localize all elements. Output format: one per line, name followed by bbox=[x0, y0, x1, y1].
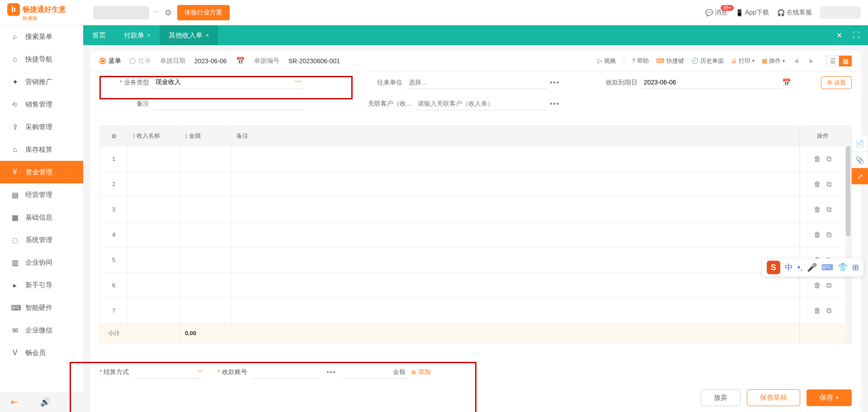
cell-remark[interactable] bbox=[232, 197, 800, 222]
sidebar-item-快捷导航[interactable]: ⌂快捷导航 bbox=[0, 48, 83, 70]
help-button[interactable]: ?帮助 bbox=[632, 57, 649, 65]
cell-amount[interactable] bbox=[180, 298, 232, 323]
ime-mic-icon[interactable]: 🎤 bbox=[807, 262, 817, 272]
tab-fullscreen-icon[interactable]: ⛶ bbox=[850, 29, 863, 42]
th-income-name[interactable]: ▲▼收入名称 bbox=[128, 126, 180, 146]
video-button[interactable]: ▷视频 bbox=[598, 57, 616, 65]
cell-name[interactable] bbox=[128, 146, 180, 171]
copy-icon[interactable]: ⧉ bbox=[826, 206, 831, 214]
copy-icon[interactable]: ⧉ bbox=[826, 231, 831, 239]
cell-remark[interactable] bbox=[232, 248, 800, 272]
ime-skin-icon[interactable]: 👕 bbox=[838, 262, 848, 272]
sidebar-item-库存核算[interactable]: ⌂库存核算 bbox=[0, 138, 83, 161]
sidebar-item-资金管理[interactable]: ¥资金管理 bbox=[0, 161, 83, 183]
close-icon[interactable]: × bbox=[147, 32, 151, 39]
save-button[interactable]: 保存▾ bbox=[807, 389, 852, 406]
calendar-icon[interactable]: 📅 bbox=[782, 78, 791, 87]
table-row[interactable]: 3 bbox=[100, 197, 800, 222]
cell-remark[interactable] bbox=[232, 298, 800, 323]
table-row[interactable]: 6 bbox=[100, 272, 800, 298]
th-remark[interactable]: ▲▼备注 bbox=[232, 126, 800, 146]
more-icon[interactable]: ••• bbox=[547, 100, 563, 108]
delete-icon[interactable]: 🗑 bbox=[814, 231, 821, 239]
next-doc-icon[interactable]: ▶ bbox=[807, 57, 816, 64]
app-download-button[interactable]: 📱 App下载 bbox=[736, 9, 769, 17]
settle-account-input[interactable] bbox=[252, 365, 320, 379]
th-amount[interactable]: ▲▼金额 bbox=[180, 126, 232, 146]
side-note-icon[interactable]: 📄 bbox=[852, 136, 868, 152]
table-row[interactable]: 2 bbox=[100, 171, 800, 197]
table-row[interactable]: 7 bbox=[100, 298, 800, 323]
sidebar-item-企业微信[interactable]: ✉企业微信 bbox=[0, 319, 83, 342]
tab-首页[interactable]: 首页 bbox=[83, 25, 115, 45]
sidebar-collapse-icon[interactable]: ⇤ bbox=[11, 397, 18, 407]
radio-blue[interactable]: 蓝单 bbox=[99, 57, 121, 65]
sidebar-item-智能硬件[interactable]: ⌨智能硬件 bbox=[0, 296, 83, 319]
delete-icon[interactable]: 🗑 bbox=[814, 180, 821, 188]
company-selector[interactable]: ﹀ bbox=[93, 6, 159, 19]
cell-name[interactable] bbox=[128, 248, 180, 272]
cell-name[interactable] bbox=[128, 172, 180, 197]
biz-type-input[interactable] bbox=[154, 76, 303, 89]
user-avatar[interactable] bbox=[820, 6, 861, 19]
th-gear[interactable]: ⚙ bbox=[100, 126, 128, 146]
side-attach-icon[interactable]: 📎 bbox=[852, 152, 868, 168]
cell-remark[interactable] bbox=[232, 222, 800, 247]
cell-name[interactable] bbox=[128, 298, 180, 323]
delete-icon[interactable]: 🗑 bbox=[814, 307, 821, 315]
delete-icon[interactable]: 🗑 bbox=[814, 281, 821, 290]
cell-amount[interactable] bbox=[180, 248, 232, 272]
chevron-down-icon[interactable]: ﹀ bbox=[198, 368, 204, 376]
prev-doc-icon[interactable]: ◀ bbox=[792, 57, 800, 64]
view-list-icon[interactable]: ☰ bbox=[826, 56, 839, 66]
scrollbar-thumb[interactable] bbox=[846, 146, 850, 236]
tab-其他收入单[interactable]: 其他收入单× bbox=[160, 25, 218, 45]
rel-customer-input[interactable] bbox=[416, 97, 547, 110]
radio-red[interactable]: 红单 bbox=[129, 57, 151, 65]
doc-date-value[interactable]: 2023-06-06 bbox=[194, 57, 227, 65]
delete-icon[interactable]: 🗑 bbox=[814, 206, 821, 214]
try-industry-button[interactable]: 体验行业方案 bbox=[177, 5, 230, 20]
sidebar-item-经营管理[interactable]: ▤经营管理 bbox=[0, 183, 83, 206]
online-service-button[interactable]: 🎧 在线客服 bbox=[777, 9, 812, 17]
copy-icon[interactable]: ⧉ bbox=[826, 155, 831, 163]
scrollbar-track[interactable] bbox=[845, 126, 851, 343]
due-date-input[interactable] bbox=[642, 76, 782, 89]
view-grid-icon[interactable]: ▦ bbox=[839, 56, 852, 66]
cell-amount[interactable] bbox=[180, 273, 232, 298]
partner-input[interactable] bbox=[407, 76, 547, 89]
cell-amount[interactable] bbox=[180, 146, 232, 171]
side-expand-icon[interactable]: ⤢ bbox=[852, 168, 868, 184]
more-icon[interactable]: ••• bbox=[547, 79, 563, 87]
cell-remark[interactable] bbox=[232, 172, 800, 197]
remark-input[interactable] bbox=[154, 97, 303, 110]
history-button[interactable]: 🕘历史单据 bbox=[691, 57, 724, 65]
table-row[interactable]: 1 bbox=[100, 146, 800, 171]
delete-icon[interactable]: 🗑 bbox=[814, 155, 821, 163]
sidebar-item-基础信息[interactable]: ▦基础信息 bbox=[0, 206, 83, 229]
cell-remark[interactable] bbox=[232, 273, 800, 298]
sidebar-item-系统管理[interactable]: ◌系统管理 bbox=[0, 229, 83, 251]
discard-button[interactable]: 放弃 bbox=[701, 389, 741, 406]
settle-amount-input[interactable] bbox=[343, 365, 406, 379]
save-draft-button[interactable]: 保存草稿 bbox=[747, 389, 800, 406]
sidebar-item-搜索菜单[interactable]: ⌕搜索菜单 bbox=[0, 25, 83, 48]
tab-close-all-icon[interactable]: ✕ bbox=[833, 29, 845, 42]
cell-amount[interactable] bbox=[180, 222, 232, 247]
ime-zhong[interactable]: 中 bbox=[785, 262, 793, 273]
ime-toolbar[interactable]: S 中 •, 🎤 ⌨ 👕 ⊞ bbox=[762, 258, 863, 276]
tab-付款单[interactable]: 付款单× bbox=[115, 25, 160, 45]
settle-method-input[interactable] bbox=[133, 365, 201, 379]
sidebar-item-采购管理[interactable]: ⇪采购管理 bbox=[0, 116, 83, 138]
cell-name[interactable] bbox=[128, 197, 180, 222]
sidebar-item-企业协同[interactable]: ▥企业协同 bbox=[0, 251, 83, 274]
copy-icon[interactable]: ⧉ bbox=[826, 281, 831, 290]
settings-button[interactable]: ⚙设置 bbox=[821, 76, 852, 89]
chevron-down-icon[interactable]: ﹀ bbox=[295, 78, 302, 87]
messages-button[interactable]: 💬 消息 99+ bbox=[705, 9, 727, 17]
sidebar-item-畅会员[interactable]: V畅会员 bbox=[0, 342, 83, 364]
close-icon[interactable]: × bbox=[205, 32, 209, 39]
copy-icon[interactable]: ⧉ bbox=[826, 180, 831, 188]
calendar-icon[interactable]: 📅 bbox=[236, 56, 245, 65]
table-row[interactable]: 5 bbox=[100, 247, 800, 272]
